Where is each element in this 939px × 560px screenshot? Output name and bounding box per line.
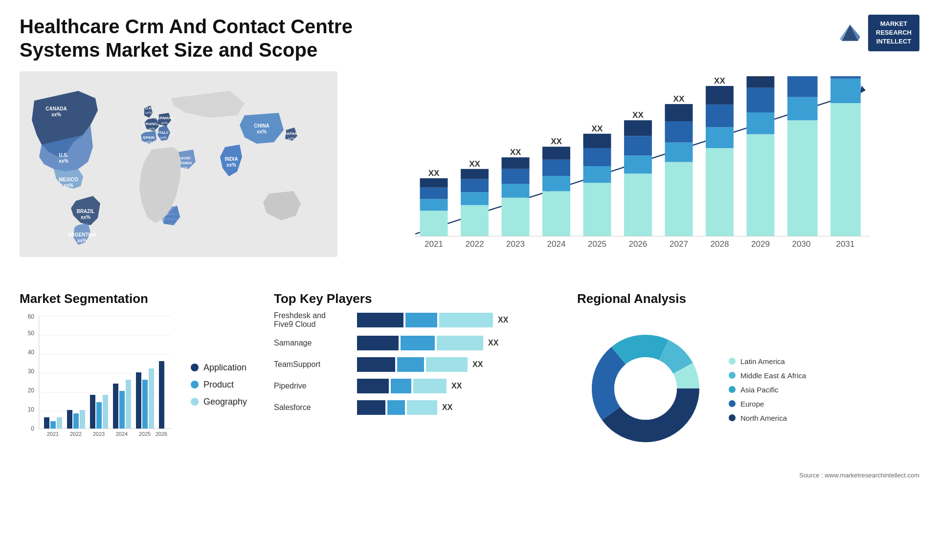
freshdesk-bar-3 bbox=[439, 313, 493, 327]
svg-text:xx%: xx% bbox=[64, 183, 73, 188]
us-label: U.S. bbox=[59, 152, 68, 158]
legend-dot-application bbox=[191, 364, 199, 371]
mexico-label: MEXICO bbox=[59, 177, 78, 182]
argentina-label: ARGENTINA bbox=[67, 232, 96, 237]
svg-text:40: 40 bbox=[28, 349, 35, 356]
svg-rect-95 bbox=[50, 421, 56, 429]
teamsupport-bar-3 bbox=[426, 357, 468, 372]
reg-dot-europe bbox=[729, 400, 736, 407]
samanage-bar-2 bbox=[401, 336, 435, 350]
donut-chart-svg bbox=[577, 320, 714, 457]
reg-legend-mea: Middle East & Africa bbox=[729, 371, 806, 380]
svg-text:xx%: xx% bbox=[288, 137, 294, 140]
uk-label: U.K. bbox=[145, 106, 153, 110]
svg-rect-47 bbox=[665, 162, 693, 237]
svg-text:xx%: xx% bbox=[145, 111, 152, 114]
svg-rect-102 bbox=[90, 395, 95, 429]
bar-value-2027: XX bbox=[673, 94, 685, 104]
svg-rect-57 bbox=[746, 88, 774, 112]
svg-text:2024: 2024 bbox=[547, 239, 566, 249]
map-container: CANADA xx% U.S. xx% MEXICO xx% BRAZIL bbox=[20, 71, 337, 257]
svg-rect-59 bbox=[787, 120, 818, 236]
svg-rect-32 bbox=[502, 184, 530, 197]
teamsupport-bar-2 bbox=[397, 357, 424, 372]
svg-text:2031: 2031 bbox=[836, 239, 855, 249]
reg-dot-northam bbox=[729, 414, 736, 421]
player-bars-freshdesk: XX bbox=[357, 313, 567, 327]
svg-rect-34 bbox=[502, 157, 530, 169]
reg-label-northam: North America bbox=[740, 414, 787, 422]
player-name-samanage: Samanage bbox=[274, 339, 352, 347]
svg-text:2021: 2021 bbox=[425, 239, 443, 249]
bar-value-2026: XX bbox=[632, 110, 644, 120]
bar-value-2028: XX bbox=[714, 76, 725, 86]
svg-text:60: 60 bbox=[28, 313, 35, 320]
pipedrive-bar-1 bbox=[357, 379, 389, 393]
map-section: CANADA xx% U.S. xx% MEXICO xx% BRAZIL bbox=[20, 71, 337, 277]
page-title: Healthcare Crm And Contact Centre System… bbox=[20, 15, 386, 62]
canada-label: CANADA bbox=[45, 106, 67, 111]
svg-text:2021: 2021 bbox=[47, 431, 59, 437]
salesforce-bar-1 bbox=[357, 400, 385, 415]
svg-rect-111 bbox=[142, 380, 148, 429]
legend-dot-product bbox=[191, 381, 199, 388]
svg-rect-48 bbox=[665, 143, 693, 162]
svg-text:xx%: xx% bbox=[51, 112, 61, 117]
player-row-samanage: Samanage XX bbox=[274, 336, 567, 350]
svg-rect-41 bbox=[583, 148, 611, 166]
svg-rect-52 bbox=[706, 127, 734, 148]
player-bars-salesforce: XX bbox=[357, 400, 567, 415]
svg-rect-30 bbox=[461, 169, 489, 179]
svg-text:10: 10 bbox=[28, 406, 35, 413]
bar-value-2024: XX bbox=[551, 137, 562, 146]
svg-text:xx%: xx% bbox=[59, 158, 68, 164]
svg-rect-37 bbox=[542, 160, 570, 176]
svg-text:xx%: xx% bbox=[148, 127, 155, 130]
reg-label-apac: Asia Pacific bbox=[740, 386, 779, 394]
logo-icon bbox=[838, 21, 862, 45]
svg-rect-96 bbox=[57, 417, 62, 429]
svg-rect-38 bbox=[542, 147, 570, 160]
svg-rect-104 bbox=[103, 395, 108, 429]
svg-rect-106 bbox=[113, 384, 118, 429]
teamsupport-bar-1 bbox=[357, 357, 395, 372]
segmentation-section: Market Segmentation 0 10 20 30 40 50 60 bbox=[20, 291, 264, 477]
svg-text:2030: 2030 bbox=[792, 239, 810, 249]
svg-text:2022: 2022 bbox=[70, 431, 82, 437]
svg-rect-46 bbox=[624, 120, 652, 136]
svg-text:2025: 2025 bbox=[139, 431, 151, 437]
svg-text:2027: 2027 bbox=[670, 239, 688, 249]
svg-rect-44 bbox=[624, 155, 652, 173]
china-label: CHINA bbox=[254, 123, 269, 129]
svg-rect-24 bbox=[420, 199, 448, 211]
players-title: Top Key Players bbox=[274, 291, 567, 306]
samanage-bar-1 bbox=[357, 336, 399, 350]
reg-label-latin: Latin America bbox=[740, 357, 785, 366]
japan-label: JAPAN bbox=[285, 131, 298, 136]
svg-rect-55 bbox=[746, 134, 774, 237]
svg-rect-103 bbox=[96, 402, 102, 429]
freshdesk-bar-1 bbox=[357, 313, 403, 327]
player-name-pipedrive: Pipedrive bbox=[274, 382, 352, 390]
svg-rect-27 bbox=[461, 205, 489, 237]
salesforce-bar-2 bbox=[387, 400, 405, 415]
svg-text:xx%: xx% bbox=[257, 129, 267, 134]
logo-text: MARKET RESEARCH INTELLECT bbox=[868, 15, 919, 51]
svg-rect-60 bbox=[787, 97, 818, 120]
svg-rect-98 bbox=[67, 410, 72, 429]
svg-text:2026: 2026 bbox=[629, 239, 648, 249]
samanage-value: XX bbox=[488, 339, 498, 347]
player-bars-samanage: XX bbox=[357, 336, 567, 350]
regional-legend: Latin America Middle East & Africa Asia … bbox=[729, 357, 806, 422]
svg-text:2023: 2023 bbox=[506, 239, 525, 249]
donut-center bbox=[614, 357, 677, 420]
legend-dot-geography bbox=[191, 398, 199, 406]
svg-text:50: 50 bbox=[28, 330, 35, 337]
source-text: Source : www.marketresearchintellect.com bbox=[577, 472, 919, 479]
svg-rect-53 bbox=[706, 105, 734, 127]
player-row-pipedrive: Pipedrive XX bbox=[274, 379, 567, 393]
svg-rect-64 bbox=[830, 79, 861, 103]
regional-section: Regional Analysis bbox=[577, 291, 919, 477]
reg-legend-europe: Europe bbox=[729, 400, 806, 408]
svg-rect-110 bbox=[136, 372, 141, 429]
